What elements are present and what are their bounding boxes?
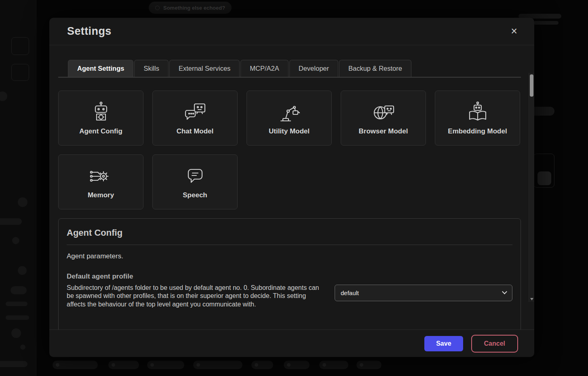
robot-arm-icon: [276, 101, 302, 124]
field-label-default-agent-profile: Default agent profile: [67, 272, 512, 281]
robot-book-icon: [465, 101, 491, 124]
settings-modal-body: Agent Settings Skills External Services …: [49, 45, 534, 330]
tab-skills[interactable]: Skills: [134, 60, 169, 77]
close-icon[interactable]: ×: [511, 26, 517, 37]
field-row-default-agent-profile: Subdirectory of /agents folder to be use…: [67, 284, 512, 308]
nav-card-speech[interactable]: Speech: [152, 154, 238, 209]
nav-card-agent-config[interactable]: Agent Config: [58, 91, 143, 146]
tab-developer[interactable]: Developer: [289, 60, 338, 77]
background-artifact: [18, 266, 27, 275]
background-artifact: [533, 21, 558, 25]
background-artifact: [251, 361, 273, 369]
background-artifact: [53, 361, 98, 369]
nav-card-label: Utility Model: [269, 127, 310, 135]
nav-card-embedding-model[interactable]: Embedding Model: [435, 91, 520, 146]
background-artifact: [0, 218, 22, 225]
tab-agent-settings[interactable]: Agent Settings: [68, 60, 133, 77]
save-button[interactable]: Save: [424, 336, 463, 351]
tab-mcp-a2a[interactable]: MCP/A2A: [240, 60, 288, 77]
refresh-icon: [155, 6, 160, 10]
nav-card-label: Memory: [88, 191, 114, 199]
modal-scrollbar[interactable]: [529, 73, 534, 302]
nav-card-memory[interactable]: Memory: [58, 154, 143, 209]
nav-card-label: Chat Model: [177, 127, 214, 135]
globe-screen-icon: [371, 101, 396, 124]
dimmed-suggestion-text: Something else echoed?: [163, 5, 225, 11]
section-subtitle: Agent parameters.: [67, 252, 512, 260]
section-title: Agent Config: [67, 228, 512, 238]
background-artifact: [319, 361, 348, 369]
background-artifact: [0, 361, 27, 367]
page-title: Settings: [67, 25, 112, 38]
background-artifact: [6, 302, 27, 306]
background-artifact: [356, 361, 381, 369]
cancel-button[interactable]: Cancel: [471, 335, 518, 353]
settings-nav-cards: Agent Config Chat Model: [58, 91, 521, 209]
agent-config-section: Agent Config Agent parameters. Default a…: [58, 218, 521, 330]
chat-screen-icon: [182, 101, 208, 124]
nav-card-label: Speech: [183, 191, 207, 199]
robot-head-gear-icon: [88, 101, 114, 124]
default-agent-profile-select-wrap: default: [335, 285, 512, 301]
background-artifact: [284, 361, 310, 369]
background-artifact: [11, 37, 29, 55]
background-artifact: [147, 361, 184, 369]
background-artifact: [12, 237, 19, 244]
scroll-down-arrow-icon[interactable]: [530, 298, 533, 300]
nav-card-label: Embedding Model: [448, 127, 507, 135]
background-artifact: [11, 328, 21, 338]
background-artifact: [11, 286, 27, 294]
speech-bubble-icon: [182, 165, 208, 188]
default-agent-profile-select[interactable]: default: [335, 285, 512, 301]
field-description: Subdirectory of /agents folder to be use…: [67, 284, 322, 308]
dimmed-suggestion-chip: Something else echoed?: [149, 2, 232, 14]
scrollbar-thumb[interactable]: [530, 74, 533, 97]
nav-card-chat-model[interactable]: Chat Model: [152, 91, 238, 146]
section-divider: [67, 245, 512, 245]
tab-external-services[interactable]: External Services: [169, 60, 240, 77]
background-artifact: [20, 344, 25, 350]
settings-modal-header: Settings ×: [49, 18, 534, 45]
background-artifact: [6, 315, 29, 320]
nav-card-utility-model[interactable]: Utility Model: [247, 91, 332, 146]
background-artifact: [108, 361, 139, 369]
nav-card-label: Agent Config: [79, 127, 122, 135]
background-artifact: [11, 64, 29, 81]
chip-gear-icon: [88, 165, 114, 188]
settings-tabs: Agent Settings Skills External Services …: [58, 60, 521, 78]
nav-card-label: Browser Model: [359, 127, 408, 135]
background-artifact: [537, 171, 551, 185]
settings-modal-footer: Save Cancel: [49, 330, 534, 357]
tab-backup-restore[interactable]: Backup & Restore: [339, 60, 411, 77]
settings-modal: Settings × Agent Settings Skills Externa…: [49, 18, 534, 357]
nav-card-browser-model[interactable]: Browser Model: [341, 91, 426, 146]
background-artifact: [18, 197, 27, 207]
background-artifact: [193, 361, 242, 369]
